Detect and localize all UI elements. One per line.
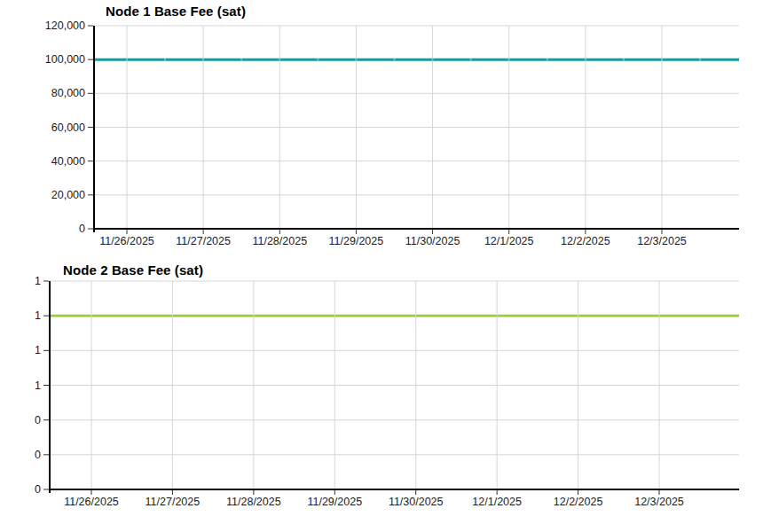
y-axis [49, 281, 51, 493]
y-tick-label: 1 [35, 309, 41, 322]
y-tick-label: 0 [35, 449, 41, 461]
x-tick-label: 11/27/2025 [176, 235, 231, 247]
chart-node-2-base-fee: Node 2 Base Fee (sat) 000111111/26/20251… [0, 262, 763, 532]
x-tick-label: 12/2/2025 [554, 496, 603, 508]
data-point-marker [279, 59, 280, 61]
x-tick-label: 12/3/2025 [637, 235, 687, 247]
data-point-marker [240, 59, 242, 61]
data-point-marker [164, 59, 166, 61]
x-tick-label: 11/26/2025 [64, 496, 119, 508]
data-point-marker [394, 59, 396, 61]
y-tick-label: 20,000 [51, 189, 85, 201]
x-tick-label: 11/29/2025 [329, 235, 384, 247]
y-tick-label: 1 [35, 379, 41, 392]
data-point-marker [126, 59, 128, 61]
data-point-marker [508, 59, 510, 61]
data-point-marker [470, 59, 472, 61]
y-tick-label: 40,000 [51, 155, 85, 168]
x-tick-label: 11/29/2025 [307, 496, 362, 508]
y-tick-label: 80,000 [51, 87, 85, 99]
node-2-chart-canvas: 000111111/26/202511/27/202511/28/202511/… [0, 262, 763, 532]
node-1-chart-canvas: 020,00040,00060,00080,000100,000120,0001… [0, 0, 763, 259]
x-tick-label: 12/1/2025 [484, 235, 534, 247]
y-tick-label: 0 [35, 483, 41, 496]
data-point-marker [661, 59, 663, 61]
x-tick-label: 11/30/2025 [405, 235, 460, 247]
y-tick-label: 1 [35, 344, 41, 356]
x-tick-label: 11/28/2025 [226, 496, 281, 508]
base-fee-dashboard: Node 1 Base Fee (sat) 020,00040,00060,00… [0, 0, 763, 532]
chart-node-1-base-fee: Node 1 Base Fee (sat) 020,00040,00060,00… [0, 0, 763, 259]
x-tick-label: 11/27/2025 [146, 496, 201, 508]
x-tick-label: 12/1/2025 [472, 496, 522, 508]
y-tick-label: 0 [79, 223, 85, 235]
x-tick-label: 11/30/2025 [389, 496, 444, 508]
x-tick-label: 11/28/2025 [252, 235, 307, 247]
data-point-marker [355, 59, 357, 61]
data-point-marker [585, 59, 586, 61]
data-point-marker [317, 59, 319, 61]
y-axis [93, 26, 95, 232]
data-point-marker [623, 59, 625, 61]
y-tick-label: 1 [35, 275, 41, 287]
x-tick-label: 11/26/2025 [99, 235, 154, 247]
x-tick-label: 12/2/2025 [561, 235, 610, 247]
data-point-marker [432, 59, 434, 61]
data-point-marker [202, 59, 204, 61]
y-tick-label: 0 [35, 414, 41, 426]
x-axis [49, 489, 739, 490]
y-tick-label: 120,000 [45, 20, 85, 32]
y-tick-label: 60,000 [51, 121, 85, 134]
data-point-marker [699, 59, 701, 61]
data-point-marker [547, 59, 548, 61]
x-axis [93, 228, 739, 230]
x-tick-label: 12/3/2025 [634, 496, 684, 508]
y-tick-label: 100,000 [45, 53, 85, 66]
